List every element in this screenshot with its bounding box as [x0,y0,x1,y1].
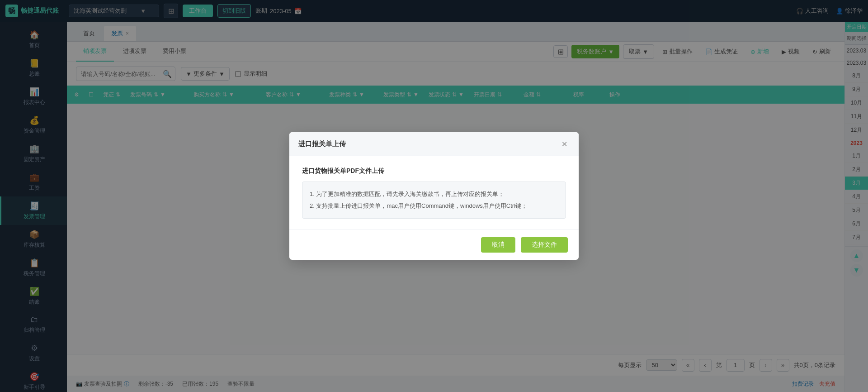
import-modal: 进口报关单上传 ✕ 进口货物报关单PDF文件上传 1. 为了更加精准的数据匹配，… [289,132,579,260]
modal-section-title: 进口货物报关单PDF文件上传 [302,167,566,175]
modal-footer: 取消 选择文件 [289,229,579,260]
modal-header: 进口报关单上传 ✕ [289,132,579,156]
modal-title: 进口报关单上传 [298,140,346,148]
modal-cancel-button[interactable]: 取消 [481,237,515,253]
modal-body: 进口货物报关单PDF文件上传 1. 为了更加精准的数据匹配，请先录入海关缴款书，… [289,156,579,229]
modal-close-button[interactable]: ✕ [559,139,570,149]
modal-info-box: 1. 为了更加精准的数据匹配，请先录入海关缴款书，再上传对应的报关单； 2. 支… [302,182,566,219]
modal-info-item-1: 1. 为了更加精准的数据匹配，请先录入海关缴款书，再上传对应的报关单； [310,188,558,200]
modal-info-item-2: 2. 支持批量上传进口报关单，mac用户使用Command键，windows用户… [310,200,558,212]
modal-select-file-button[interactable]: 选择文件 [521,237,568,253]
modal-overlay[interactable]: 进口报关单上传 ✕ 进口货物报关单PDF文件上传 1. 为了更加精准的数据匹配，… [0,0,868,392]
